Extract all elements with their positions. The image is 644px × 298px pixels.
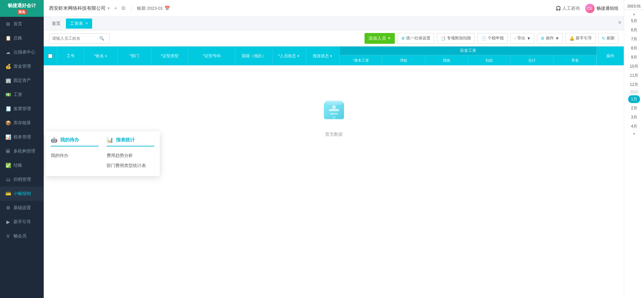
search-input[interactable] (52, 36, 99, 41)
sidebar-item-fund[interactable]: 💰资金管理 (0, 59, 44, 73)
th-salary-group-label: 应发工资 (340, 46, 597, 55)
timeline-month-4[interactable]: 4月 (624, 122, 644, 131)
sidebar-item-basic_settings[interactable]: ⚙基础设置 (0, 201, 44, 215)
timeline-month-5[interactable]: 5月 (624, 16, 644, 26)
sidebar-item-cloud_report[interactable]: ☁云报表中心 (0, 45, 44, 59)
logo-badge: 限免 (17, 9, 27, 14)
period-display[interactable]: 账期 2023-01 📅 (137, 5, 170, 11)
add-person-button[interactable]: 添加人员 ▼ (365, 33, 395, 44)
topbar: 西安虾米网络科技有限公司 ▼ ＋ ⚙ 账期 2023-01 📅 🎧 人工咨询 C… (44, 0, 624, 17)
th-salary-group: 应发工资 *基本工资 津贴 绩效 扣款 合计 养老 (340, 46, 597, 65)
timeline-month-1[interactable]: 1月 (628, 95, 640, 103)
dropdown-row: 🤖 我的待办 我的待办 📊 报表统计 费用趋势分析 部门费用类型统计表 (51, 137, 154, 171)
refresh-button[interactable]: ↻ 刷新 (598, 33, 618, 44)
tab-salary-table[interactable]: 工资表 ✕ (66, 19, 92, 29)
user-menu[interactable]: CE 畅捷通组组 (585, 4, 618, 13)
timeline-scroll-up[interactable]: ▲ (630, 11, 638, 16)
sidebar-item-inventory[interactable]: 📦库存核算 (0, 116, 44, 130)
sidebar-item-multi_org[interactable]: 🏛多机构管理 (0, 144, 44, 158)
service-button[interactable]: 🎧 人工咨询 (556, 5, 580, 11)
th-operation: 操作 (597, 46, 624, 65)
filter-report-status-icon[interactable]: ▼ (330, 54, 333, 58)
sidebar-item-expense[interactable]: 💳小畅报销 (0, 187, 44, 201)
sidebar-item-checkout[interactable]: ✅结账 (0, 158, 44, 172)
tax-report-button[interactable]: 📄 个税申报 (478, 33, 507, 44)
avatar: CE (585, 4, 595, 13)
timeline-month-10[interactable]: 10月 (624, 62, 644, 71)
tab-home[interactable]: 首页 (48, 19, 65, 29)
company-dropdown-arrow: ▼ (107, 6, 110, 10)
service-icon: 🎧 (556, 6, 561, 11)
timeline-month-8[interactable]: 8月 (624, 44, 644, 53)
empty-text: 暂无数据 (325, 131, 343, 137)
timeline-month-12[interactable]: 12月 (624, 80, 644, 89)
search-wrap: 🔍 (49, 33, 110, 43)
th-person-status: *人员状态 ▼ (272, 46, 306, 65)
timeline-month-9[interactable]: 9月 (624, 53, 644, 62)
th-report-status: 报送状态 ▼ (306, 46, 340, 65)
app-logo: 畅捷通好会计 限免 (0, 0, 44, 17)
sidebar-label-ledger: 总账 (13, 35, 22, 41)
sidebar-item-fixed_assets[interactable]: 🏢固定资产 (0, 73, 44, 88)
timeline-month-3[interactable]: 3月 (624, 113, 644, 122)
company-name[interactable]: 西安虾米网络科技有限公司 ▼ (49, 5, 110, 11)
timeline-month-6[interactable]: 6月 (624, 26, 644, 35)
th-country: 国籍（地区） (235, 46, 272, 65)
svg-rect-1 (326, 101, 342, 105)
add-company-button[interactable]: ＋ (113, 5, 118, 12)
special-deduction-icon: 📑 (441, 36, 446, 41)
company-settings-button[interactable]: ⚙ (121, 5, 126, 11)
sidebar-label-expense: 小畅报销 (13, 191, 31, 197)
timeline-year-2023: 2023 (630, 89, 638, 95)
operation-arrow: ▼ (555, 36, 559, 41)
sidebar-item-archive[interactable]: 🗂归档管理 (0, 172, 44, 187)
refresh-icon: ↻ (602, 36, 605, 41)
social-security-button[interactable]: ⚙ 统一社保设置 (397, 33, 434, 44)
sidebar-item-member[interactable]: V畅会员 (0, 229, 44, 243)
th-base-salary: *基本工资 (340, 55, 382, 65)
timeline-month-7[interactable]: 7月 (624, 35, 644, 44)
special-deduction-button[interactable]: 📑 专项附加扣除 (437, 33, 475, 44)
new-guide-button[interactable]: 🔔 新手引导 (566, 33, 596, 44)
select-all-checkbox[interactable] (48, 54, 52, 58)
dropdown-my-todo[interactable]: 我的待办 (51, 151, 99, 161)
th-total: 合计 (511, 55, 554, 65)
sidebar-item-invoice[interactable]: 🧾发票管理 (0, 102, 44, 116)
sidebar-item-tax[interactable]: 📊税务管理 (0, 130, 44, 144)
sidebar-item-home[interactable]: ⊞首页 (0, 17, 44, 31)
sort-name-icon: ⇅ (105, 54, 107, 58)
sidebar-label-fund: 资金管理 (13, 63, 31, 69)
todo-icon: 🤖 (51, 137, 58, 143)
archive-icon: 🗂 (5, 177, 11, 182)
timeline-month-11[interactable]: 11月 (624, 71, 644, 80)
invoice-icon: 🧾 (5, 106, 11, 111)
new-guide-icon: 🔔 (569, 36, 574, 41)
timeline-month-2[interactable]: 2月 (624, 104, 644, 113)
topbar-right: 🎧 人工咨询 CE 畅捷通组组 (556, 4, 618, 13)
sidebar-label-salary: 工资 (13, 92, 22, 98)
toolbar: 🔍 添加人员 ▼ ⚙ 统一社保设置 📑 专项附加扣除 📄 个税申报 ↑ 导出 ▼… (44, 30, 624, 46)
sidebar: 畅捷通好会计 限免 ⊞首页📋总账☁云报表中心💰资金管理🏢固定资产💵工资🧾发票管理… (0, 0, 44, 298)
panel-close-button[interactable]: ✕ (616, 19, 623, 26)
guide-icon: ▶ (5, 219, 11, 225)
sidebar-label-member: 畅会员 (13, 233, 27, 239)
timeline-scroll-down[interactable]: ▼ (630, 131, 638, 136)
sidebar-label-basic_settings: 基础设置 (13, 205, 31, 211)
table-header: 工号 *姓名 ⇅ *部门 *证型类型 *证型号码 国籍（地区） *人员状态 ▼ (44, 46, 624, 65)
tab-salary-close[interactable]: ✕ (85, 21, 88, 26)
dropdown-dept-expense[interactable]: 部门费用类型统计表 (107, 161, 154, 171)
th-subsidy: 津贴 (382, 55, 425, 65)
operation-icon: ⚙ (541, 36, 544, 41)
operation-button[interactable]: ⚙ 操作 ▼ (537, 33, 563, 44)
th-checkbox[interactable] (44, 46, 57, 65)
dropdown-expense-trend[interactable]: 费用趋势分析 (107, 151, 154, 161)
export-button[interactable]: ↑ 导出 ▼ (510, 33, 534, 44)
sidebar-item-guide[interactable]: ▶新手引导 (0, 215, 44, 229)
sidebar-label-fixed_assets: 固定资产 (13, 77, 31, 84)
sidebar-item-salary[interactable]: 💵工资 (0, 88, 44, 102)
username-label: 畅捷通组组 (597, 5, 618, 11)
tabbar: 首页 工资表 ✕ ✕ (44, 17, 624, 30)
sidebar-item-ledger[interactable]: 📋总账 (0, 31, 44, 45)
filter-person-status-icon[interactable]: ▼ (297, 54, 300, 58)
th-pension: 养老 (554, 55, 597, 65)
